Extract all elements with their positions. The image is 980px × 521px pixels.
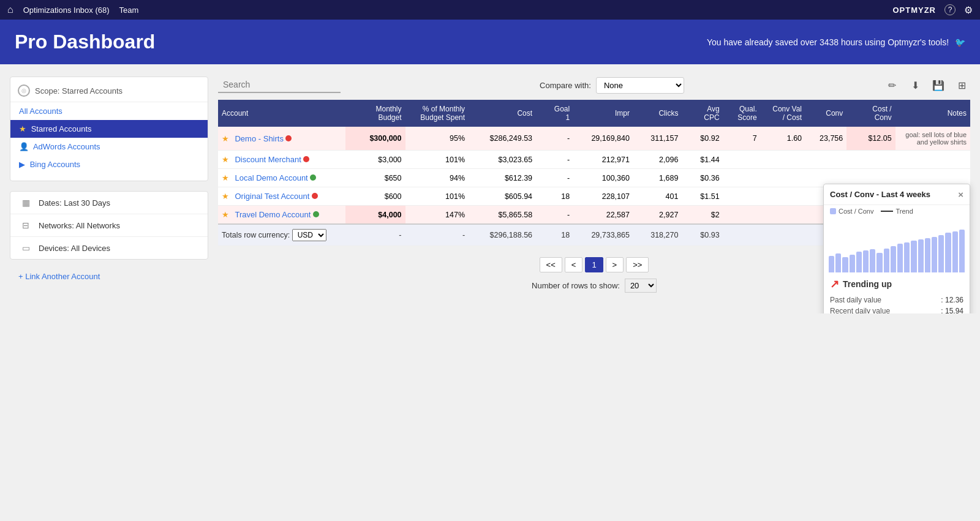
col-account: Account — [218, 100, 345, 127]
account-link[interactable]: Local Demo Account — [235, 173, 307, 182]
popup-close-btn[interactable]: × — [958, 189, 963, 200]
totals-avg-cpc: $0.93 — [682, 224, 723, 246]
home-icon[interactable]: ⌂ — [7, 4, 13, 15]
compare-select[interactable]: None Previous Period Previous Year — [596, 77, 684, 94]
conv-val-cost-cell — [761, 169, 805, 187]
inbox-link[interactable]: Optimizations Inbox (68) — [23, 6, 110, 15]
next-page-btn[interactable]: > — [606, 257, 624, 272]
first-page-btn[interactable]: << — [540, 257, 562, 272]
account-link[interactable]: Travel Demo Account — [235, 210, 311, 219]
rows-show-select[interactable]: 20 50 100 — [625, 279, 657, 293]
popup-title: Cost / Conv - Last 4 weeks — [830, 190, 930, 199]
account-link[interactable]: Demo - Shirts — [235, 134, 283, 143]
account-link[interactable]: Discount Merchant — [235, 155, 301, 164]
calendar-icon: ▦ — [19, 198, 32, 208]
filter-networks[interactable]: ⊟ Networks: All Networks — [10, 214, 208, 237]
prev-page-btn[interactable]: < — [565, 257, 583, 272]
twitter-icon[interactable]: 🐦 — [955, 37, 965, 47]
chart-bar — [945, 233, 951, 272]
account-link[interactable]: Original Test Account — [235, 192, 309, 201]
main-content: Compare with: None Previous Period Previ… — [208, 77, 980, 301]
help-icon[interactable]: ? — [944, 4, 956, 15]
legend-cost-conv: Cost / Conv — [830, 208, 873, 215]
save-icon-btn[interactable]: 💾 — [930, 77, 947, 94]
chart-bar — [959, 230, 965, 272]
col-cost-conv: Cost /Conv — [846, 100, 895, 127]
sidebar-item-all-accounts[interactable]: All Accounts — [10, 102, 208, 120]
totals-conv-val-cost — [761, 224, 805, 246]
conv-val-cost-cell — [761, 206, 805, 225]
star-icon: ★ — [19, 124, 26, 133]
past-daily-label: Past daily value — [830, 296, 881, 304]
compare-label: Compare with: — [540, 81, 591, 90]
sidebar: ◎ Scope: Starred Accounts All Accounts ★… — [0, 77, 208, 301]
edit-icon-btn[interactable]: ✏ — [883, 77, 900, 94]
conv-val-cost-cell: 1.60 — [761, 127, 805, 151]
popup-legend: Cost / Conv Trend — [824, 205, 970, 217]
star-icon[interactable]: ★ — [222, 156, 229, 164]
columns-icon-btn[interactable]: ⊞ — [953, 77, 970, 94]
impr-cell: 29,169,840 — [573, 127, 633, 151]
star-icon[interactable]: ★ — [222, 135, 229, 143]
sidebar-item-starred-accounts[interactable]: ★ Starred Accounts — [10, 120, 208, 138]
col-cost: Cost — [469, 100, 536, 127]
col-notes: Notes — [895, 100, 970, 127]
toolbar: Compare with: None Previous Period Previ… — [218, 77, 970, 94]
filter-devices[interactable]: ▭ Devices: All Devices — [10, 237, 208, 259]
team-link[interactable]: Team — [119, 6, 139, 15]
popup-header: Cost / Conv - Last 4 weeks × — [824, 184, 970, 205]
chart-bar — [897, 244, 903, 272]
sidebar-item-adwords-accounts[interactable]: 👤 AdWords Accounts — [10, 138, 208, 156]
top-nav-left: ⌂ Optimizations Inbox (68) Team — [7, 4, 138, 15]
impr-cell: 228,107 — [573, 187, 633, 206]
scope-icon: ◎ — [18, 84, 30, 97]
chart-bar — [925, 238, 930, 272]
goal-cell: - — [536, 151, 573, 169]
header: Pro Dashboard You have already saved ove… — [0, 20, 980, 64]
currency-select[interactable]: USD EUR — [292, 229, 326, 241]
current-page-btn[interactable]: 1 — [585, 257, 603, 272]
star-icon[interactable]: ★ — [222, 174, 229, 182]
totals-label-cell: Totals row currency: USD EUR — [218, 224, 345, 246]
page-title: Pro Dashboard — [15, 31, 155, 53]
download-icon-btn[interactable]: ⬇ — [907, 77, 924, 94]
filter-dates[interactable]: ▦ Dates: Last 30 Days — [10, 192, 208, 214]
star-icon[interactable]: ★ — [222, 192, 229, 201]
link-another-account[interactable]: + Link Another Account — [10, 269, 208, 283]
table-row: ★ Discount Merchant $3,000 101% $3,023.6… — [218, 151, 970, 169]
legend-line-trend — [881, 211, 893, 212]
pct-budget-cell: 94% — [405, 169, 469, 187]
col-conv: Conv — [805, 100, 846, 127]
table-header-row: Account MonthlyBudget % of MonthlyBudget… — [218, 100, 970, 127]
avg-cpc-cell: $0.36 — [682, 169, 723, 187]
optmyzr-label: OPTMYZR — [892, 6, 936, 15]
pct-budget-cell: 101% — [405, 151, 469, 169]
last-page-btn[interactable]: >> — [626, 257, 649, 272]
budget-cell: $600 — [345, 187, 405, 206]
search-input[interactable] — [218, 77, 341, 93]
clicks-cell: 1,689 — [633, 169, 682, 187]
col-avg-cpc: AvgCPC — [682, 100, 723, 127]
account-name-cell: ★ Original Test Account — [218, 187, 345, 206]
totals-currency-label: Totals row currency: — [222, 231, 292, 239]
account-name-cell: ★ Discount Merchant — [218, 151, 345, 169]
col-pct-budget: % of MonthlyBudget Spent — [405, 100, 469, 127]
chart-bar — [876, 253, 882, 272]
settings-icon[interactable]: ⚙ — [964, 4, 973, 16]
chart-bar — [884, 249, 889, 272]
top-nav: ⌂ Optimizations Inbox (68) Team OPTMYZR … — [0, 0, 980, 20]
goal-cell: - — [536, 169, 573, 187]
pct-budget-cell: 95% — [405, 127, 469, 151]
networks-icon: ⊟ — [19, 220, 32, 230]
scope-box: ◎ Scope: Starred Accounts All Accounts ★… — [10, 77, 208, 181]
cost-cell: $612.39 — [469, 169, 536, 187]
goal-cell: - — [536, 127, 573, 151]
star-icon[interactable]: ★ — [222, 211, 229, 219]
impr-cell: 100,360 — [573, 169, 633, 187]
notes-cell — [895, 151, 970, 169]
conv-val-cost-cell — [761, 151, 805, 169]
recent-daily-row: Recent daily value : 15.94 — [830, 305, 963, 313]
sidebar-item-bing-accounts[interactable]: ▶ Bing Accounts — [10, 156, 208, 173]
totals-budget: - — [345, 224, 405, 246]
account-name-cell: ★ Travel Demo Account — [218, 206, 345, 225]
